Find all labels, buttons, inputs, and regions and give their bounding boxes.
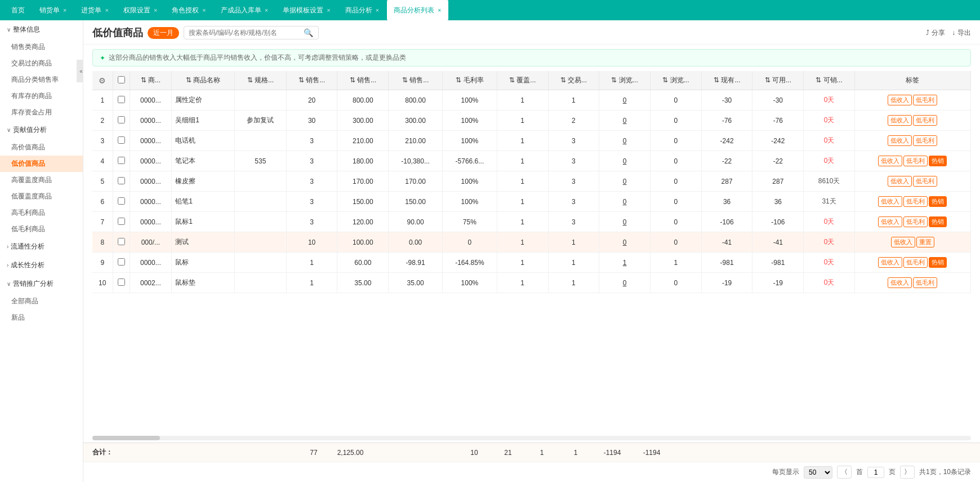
view1-link[interactable]: 0 — [623, 117, 627, 125]
sidebar-item-new-goods[interactable]: 新品 — [0, 309, 83, 326]
sort-icon[interactable]: ⇅ — [765, 76, 770, 84]
row-checkbox[interactable] — [118, 197, 125, 205]
sidebar-item-category-rate[interactable]: 商品分类销售率 — [0, 72, 83, 88]
first-page-button[interactable]: 〈 — [837, 466, 852, 479]
search-icon[interactable]: 🔍 — [304, 28, 313, 37]
sidebar-section-overview[interactable]: ∨ 整体信息 — [0, 20, 83, 39]
sidebar-item-low-value[interactable]: 低价值商品 — [0, 156, 83, 172]
row-checkbox[interactable] — [118, 136, 125, 144]
name-col-header: ⇅ 商品名称 — [172, 71, 235, 90]
scrollbar-thumb[interactable] — [92, 436, 160, 440]
export-button[interactable]: ↓ 导出 — [952, 28, 971, 38]
view1-link[interactable]: 1 — [623, 259, 627, 267]
nav-sales[interactable]: 销货单× — [33, 0, 73, 20]
sort-icon[interactable]: ⇅ — [560, 76, 566, 84]
row-checkbox[interactable] — [118, 238, 125, 245]
sidebar-section-marketing[interactable]: ∨ 营销推广分析 — [0, 275, 83, 293]
close-icon[interactable]: × — [154, 7, 157, 14]
page-number-input[interactable] — [867, 467, 884, 478]
pagination: 每页显示 50 100 〈 首 页 〉 共1页，10条记录 — [83, 462, 980, 482]
nav-permission[interactable]: 权限设置× — [117, 0, 164, 20]
sidebar-item-sales-goods[interactable]: 销售类商品 — [0, 39, 83, 55]
sort-icon[interactable]: ⇅ — [299, 76, 304, 84]
nav-home[interactable]: 首页 — [5, 0, 32, 20]
close-icon[interactable]: × — [105, 7, 108, 14]
close-icon[interactable]: × — [438, 7, 441, 14]
close-icon[interactable]: × — [376, 7, 379, 14]
row-margin: 100% — [442, 131, 497, 151]
sidebar: « ∨ 整体信息 销售类商品 交易过的商品 商品分类销售率 有库存的商品 库存资… — [0, 20, 83, 482]
row-stock: -30 — [701, 90, 752, 110]
sort-icon[interactable]: ⇅ — [456, 76, 461, 84]
view1-link[interactable]: 0 — [623, 96, 627, 104]
row-name: 电话机 — [172, 131, 235, 151]
row-checkbox[interactable] — [118, 278, 125, 286]
sidebar-item-low-margin[interactable]: 低毛利商品 — [0, 221, 83, 237]
data-table: ⚙ ⇅ 商... ⇅ 商品名称 ⇅ 规格... ⇅ 销售... ⇅ 销售... … — [92, 71, 971, 293]
sort-icon[interactable]: ⇅ — [186, 76, 191, 84]
nav-goods-analysis[interactable]: 商品分析× — [338, 0, 386, 20]
row-checkbox[interactable] — [118, 218, 125, 225]
sidebar-item-traded-goods[interactable]: 交易过的商品 — [0, 55, 83, 72]
sidebar-item-all-goods[interactable]: 全部商品 — [0, 293, 83, 309]
close-icon[interactable]: × — [327, 7, 330, 14]
sort-icon[interactable]: ⇅ — [141, 76, 146, 84]
sidebar-item-high-value[interactable]: 高价值商品 — [0, 139, 83, 156]
footer-trade: 21 — [491, 449, 525, 457]
tag-label: 低收入 — [888, 277, 912, 288]
row-settings: 5 — [92, 171, 113, 192]
view1-link[interactable]: 0 — [623, 218, 627, 226]
sidebar-collapse-btn[interactable]: « — [77, 60, 83, 82]
row-checkbox[interactable] — [118, 258, 125, 266]
close-icon[interactable]: × — [63, 7, 66, 14]
row-checkbox[interactable] — [118, 177, 125, 184]
export-icon: ↓ — [952, 29, 955, 37]
nav-product[interactable]: 产成品入库单× — [214, 0, 275, 20]
sort-icon[interactable]: ⇅ — [509, 76, 515, 84]
sidebar-section-growth[interactable]: › 成长性分析 — [0, 256, 83, 275]
sidebar-item-high-margin[interactable]: 高毛利商品 — [0, 205, 83, 221]
row-avail: 36 — [752, 192, 804, 212]
sort-icon[interactable]: ⇅ — [816, 76, 821, 84]
select-all-checkbox[interactable] — [118, 76, 125, 83]
share-button[interactable]: ⤴ 分享 — [926, 28, 945, 38]
row-checkbox[interactable] — [118, 157, 125, 164]
sort-icon[interactable]: ⇅ — [247, 76, 253, 84]
close-icon[interactable]: × — [202, 7, 206, 14]
gear-icon[interactable]: ⚙ — [99, 76, 106, 85]
nav-role[interactable]: 角色授权× — [165, 0, 212, 20]
sort-icon[interactable]: ⇅ — [402, 76, 408, 84]
view1-link[interactable]: 0 — [623, 238, 627, 246]
view1-link[interactable]: 0 — [623, 198, 627, 206]
footer-sale1: 2,125.00 — [328, 449, 373, 457]
view1-link[interactable]: 0 — [623, 279, 627, 287]
horizontal-scrollbar[interactable] — [92, 436, 971, 440]
row-sale1: 120.00 — [337, 212, 389, 232]
period-tag-button[interactable]: 近一月 — [148, 27, 179, 39]
sidebar-item-high-coverage[interactable]: 高覆盖度商品 — [0, 172, 83, 188]
sort-icon[interactable]: ⇅ — [611, 76, 617, 84]
sort-icon[interactable]: ⇅ — [662, 76, 668, 84]
sidebar-item-low-coverage[interactable]: 低覆盖度商品 — [0, 188, 83, 205]
nav-template[interactable]: 单据模板设置× — [276, 0, 337, 20]
row-checkbox[interactable] — [118, 96, 125, 103]
row-checkbox[interactable] — [118, 116, 125, 123]
search-input[interactable] — [189, 29, 301, 37]
row-margin: 100% — [442, 90, 497, 110]
sort-icon[interactable]: ⇅ — [714, 76, 719, 84]
sidebar-section-contribution[interactable]: ∨ 贡献值分析 — [0, 121, 83, 139]
view1-link[interactable]: 0 — [623, 137, 627, 145]
sort-icon[interactable]: ⇅ — [350, 76, 355, 84]
page-size-select[interactable]: 50 100 — [804, 466, 832, 479]
sidebar-item-stock-goods[interactable]: 有库存的商品 — [0, 88, 83, 104]
view1-link[interactable]: 0 — [623, 178, 627, 185]
row-stock: -22 — [701, 151, 752, 171]
next-page-button[interactable]: 〉 — [900, 466, 915, 479]
nav-purchase[interactable]: 进货单× — [74, 0, 115, 20]
nav-goods-list[interactable]: 商品分析列表× — [387, 0, 448, 20]
close-icon[interactable]: × — [265, 7, 268, 14]
sidebar-section-liquidity[interactable]: › 流通性分析 — [0, 237, 83, 256]
sidebar-item-stock-funds[interactable]: 库存资金占用 — [0, 104, 83, 121]
row-checkbox-cell — [113, 192, 130, 212]
view1-link[interactable]: 0 — [623, 157, 627, 165]
